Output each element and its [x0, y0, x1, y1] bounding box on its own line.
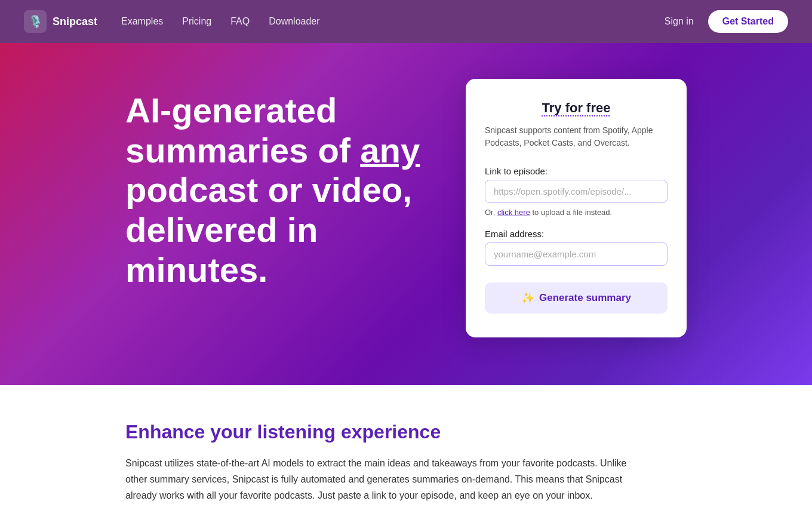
nav-link-faq[interactable]: FAQ: [230, 16, 250, 27]
generate-label: Generate summary: [539, 292, 631, 304]
nav-links: Examples Pricing FAQ Downloader: [121, 16, 320, 27]
hero-section: AI-generated summaries of any podcast or…: [0, 43, 812, 385]
sign-in-link[interactable]: Sign in: [665, 16, 694, 27]
hero-text: AI-generated summaries of any podcast or…: [125, 79, 424, 290]
hero-title: AI-generated summaries of any podcast or…: [125, 91, 424, 290]
brand-logo[interactable]: 🎙️ Snipcast: [24, 10, 97, 33]
navbar: 🎙️ Snipcast Examples Pricing FAQ Downloa…: [0, 0, 812, 43]
nav-link-pricing[interactable]: Pricing: [182, 16, 211, 27]
section-title: Enhance your listening experience: [125, 421, 687, 443]
get-started-button[interactable]: Get Started: [708, 10, 788, 33]
upload-link[interactable]: click here: [497, 208, 530, 217]
hero-title-underline: any: [360, 131, 420, 170]
link-label: Link to episode:: [485, 166, 668, 176]
brand-icon: 🎙️: [24, 10, 47, 33]
nav-right: Sign in Get Started: [665, 10, 788, 33]
email-input[interactable]: [485, 242, 668, 266]
generate-summary-button[interactable]: ✨ Generate summary: [485, 282, 668, 314]
hero-title-part2: podcast or video, delivered in minutes.: [125, 170, 412, 288]
email-label: Email address:: [485, 229, 668, 239]
magic-icon: ✨: [521, 291, 534, 305]
card-subtitle: Snipcast supports content from Spotify, …: [485, 124, 668, 149]
brand-name: Snipcast: [53, 16, 97, 28]
or-upload-text: Or, click here to upload a file instead.: [485, 208, 668, 217]
episode-link-input[interactable]: [485, 180, 668, 203]
mic-icon: 🎙️: [28, 14, 43, 29]
card-title: Try for free: [485, 100, 668, 116]
hero-title-part1: AI-generated summaries of: [125, 91, 360, 170]
nav-left: 🎙️ Snipcast Examples Pricing FAQ Downloa…: [24, 10, 320, 33]
nav-link-downloader[interactable]: Downloader: [269, 16, 319, 27]
try-for-free-card: Try for free Snipcast supports content f…: [466, 79, 687, 337]
nav-link-examples[interactable]: Examples: [121, 16, 163, 27]
section-body: Snipcast utilizes state-of-the-art AI mo…: [125, 455, 639, 504]
enhance-section: Enhance your listening experience Snipca…: [0, 385, 812, 513]
